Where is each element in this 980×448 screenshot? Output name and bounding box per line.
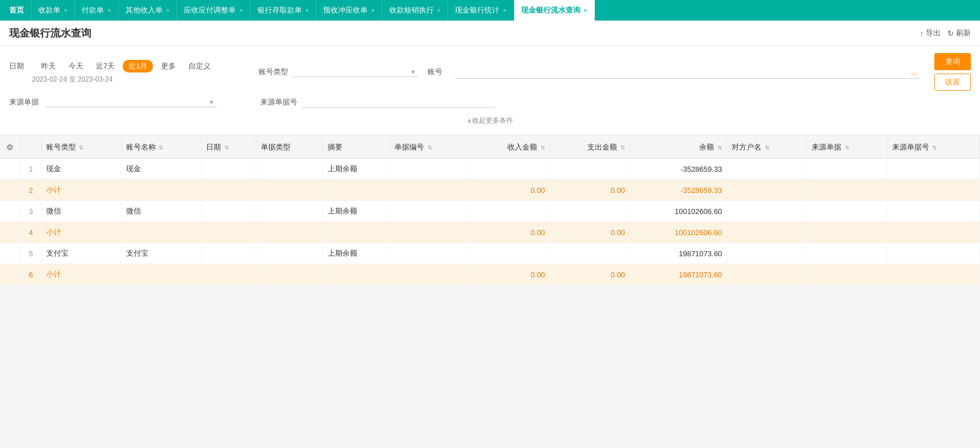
- th-source-doc-no[interactable]: 来源单据号 ⇅: [887, 136, 979, 159]
- account-input[interactable]: [457, 66, 910, 77]
- nav-tab-label-4: 银行存取款单: [257, 5, 302, 15]
- table-container: ⚙ 账号类型 ⇅ 账号名称 ⇅ 日期 ⇅ 单据类型: [0, 136, 980, 285]
- date-opt-custom[interactable]: 自定义: [184, 60, 215, 72]
- account-label: 账号: [428, 67, 450, 77]
- nav-tab-2[interactable]: 其他收入单 ×: [119, 0, 177, 21]
- td-source-doc: [807, 180, 887, 201]
- th-balance-sort: ⇅: [717, 144, 722, 151]
- page-title: 现金银行流水查询: [9, 26, 91, 40]
- settings-button[interactable]: 设置: [934, 74, 971, 91]
- table-header-row: ⚙ 账号类型 ⇅ 账号名称 ⇅ 日期 ⇅ 单据类型: [0, 136, 980, 159]
- refresh-label: 刷新: [956, 28, 971, 38]
- th-balance[interactable]: 余额 ⇅: [630, 136, 727, 159]
- th-date[interactable]: 日期 ⇅: [201, 136, 256, 159]
- td-balance: 100102606.60: [630, 222, 727, 243]
- td-doc-type: [256, 201, 323, 222]
- date-label: 日期: [9, 61, 32, 71]
- td-expense: 0.00: [550, 264, 630, 285]
- nav-tab-close-7[interactable]: ×: [503, 7, 506, 14]
- td-date: [201, 264, 256, 285]
- nav-tab-close-4[interactable]: ×: [305, 7, 309, 14]
- collapse-bar[interactable]: ∧ 收起更多条件: [9, 114, 971, 130]
- td-income: 0.00: [470, 222, 550, 243]
- td-doc-no: [390, 243, 470, 264]
- td-date: [201, 201, 256, 222]
- td-summary: [323, 180, 390, 201]
- nav-home[interactable]: 首页: [2, 0, 31, 21]
- td-counterpart: [727, 201, 807, 222]
- date-filter-row: 日期 昨天 今天 近7天 近1月 更多 自定义: [9, 60, 215, 72]
- nav-tab-0[interactable]: 收款单 ×: [31, 0, 75, 21]
- date-opt-yesterday[interactable]: 昨天: [37, 60, 61, 72]
- nav-tab-8[interactable]: 现金银行流水查询 ×: [514, 0, 595, 21]
- td-summary: [323, 222, 390, 243]
- table-body: 1现金现金上期余额-3528659.332小计0.000.00-3528659.…: [0, 159, 980, 285]
- th-settings[interactable]: ⚙: [0, 136, 21, 159]
- td-doc-no: [390, 201, 470, 222]
- source-doc-no-group: 来源单据号: [260, 96, 496, 108]
- td-source-doc: [807, 159, 887, 180]
- td-expense: [550, 243, 630, 264]
- nav-tab-close-0[interactable]: ×: [64, 7, 67, 14]
- nav-tab-close-6[interactable]: ×: [437, 7, 441, 14]
- query-button[interactable]: 查询: [934, 53, 971, 70]
- refresh-button[interactable]: ↻ 刷新: [947, 28, 971, 38]
- nav-tab-label-2: 其他收入单: [126, 5, 163, 15]
- nav-tab-5[interactable]: 预收冲应收单 ×: [316, 0, 382, 21]
- nav-tab-label-8: 现金银行流水查询: [521, 5, 580, 15]
- date-opt-7days[interactable]: 近7天: [91, 60, 119, 72]
- data-table: ⚙ 账号类型 ⇅ 账号名称 ⇅ 日期 ⇅ 单据类型: [0, 136, 980, 285]
- source-doc-chevron: ▼: [208, 99, 215, 106]
- th-doc-no-sort: ⇅: [428, 144, 432, 151]
- nav-tab-1[interactable]: 付款单 ×: [75, 0, 118, 21]
- date-opt-more[interactable]: 更多: [156, 60, 180, 72]
- th-counterpart[interactable]: 对方户名 ⇅: [727, 136, 807, 159]
- account-no-group: 账号 ...: [428, 65, 921, 79]
- nav-tab-7[interactable]: 现金银行统计 ×: [448, 0, 514, 21]
- td-summary: 上期余额: [323, 159, 390, 180]
- td-source-doc-no: [887, 159, 979, 180]
- th-account-type-label: 账号类型: [46, 143, 76, 151]
- th-account-type[interactable]: 账号类型 ⇅: [41, 136, 121, 159]
- account-more-icon[interactable]: ...: [911, 67, 918, 77]
- td-income: [470, 201, 550, 222]
- table-settings-icon[interactable]: ⚙: [6, 143, 14, 152]
- export-button[interactable]: ↑ 导出: [920, 28, 941, 38]
- date-filter-group: 日期 昨天 今天 近7天 近1月 更多 自定义 2023-02-24 至 202…: [9, 60, 215, 84]
- th-date-label: 日期: [206, 143, 221, 151]
- td-account-name: [121, 180, 201, 201]
- nav-tab-close-2[interactable]: ×: [166, 7, 170, 14]
- th-doc-no[interactable]: 单据编号 ⇅: [390, 136, 470, 159]
- account-type-select[interactable]: ▼: [293, 67, 418, 77]
- export-icon: ↑: [920, 29, 924, 38]
- nav-tab-close-1[interactable]: ×: [107, 7, 111, 14]
- nav-tab-4[interactable]: 银行存取款单 ×: [251, 0, 316, 21]
- td-num: 2: [21, 180, 41, 201]
- nav-tab-label-1: 付款单: [82, 5, 104, 15]
- source-doc-select[interactable]: ▼: [46, 98, 217, 107]
- nav-tab-close-5[interactable]: ×: [371, 7, 374, 14]
- nav-tab-6[interactable]: 收款核销执行 ×: [382, 0, 448, 21]
- th-income[interactable]: 收入金额 ⇅: [470, 136, 550, 159]
- th-source-doc[interactable]: 来源单据 ⇅: [807, 136, 887, 159]
- nav-tab-close-3[interactable]: ×: [239, 7, 243, 14]
- th-expense[interactable]: 支出金额 ⇅: [550, 136, 630, 159]
- date-opt-1month[interactable]: 近1月: [123, 60, 153, 72]
- nav-tab-close-8[interactable]: ×: [584, 7, 587, 14]
- date-opt-today[interactable]: 今天: [64, 60, 88, 72]
- td-balance: -3528659.33: [630, 159, 727, 180]
- header-actions: ↑ 导出 ↻ 刷新: [920, 28, 971, 38]
- td-account-type: 小计: [41, 222, 121, 243]
- td-account-type: 支付宝: [41, 243, 121, 264]
- th-account-name[interactable]: 账号名称 ⇅: [121, 136, 201, 159]
- td-source-doc-no: [887, 222, 979, 243]
- collapse-icon: ∧: [467, 117, 472, 125]
- nav-tab-3[interactable]: 应收应付调整单 ×: [177, 0, 250, 21]
- nav-tab-label-6: 收款核销执行: [389, 5, 434, 15]
- th-source-doc-no-sort: ⇅: [932, 144, 937, 151]
- table-row: 4小计0.000.00100102606.60: [0, 222, 980, 243]
- th-num: [21, 136, 41, 159]
- source-doc-no-label: 来源单据号: [260, 97, 297, 107]
- th-counterpart-sort: ⇅: [765, 144, 769, 151]
- source-doc-no-input[interactable]: [302, 96, 496, 108]
